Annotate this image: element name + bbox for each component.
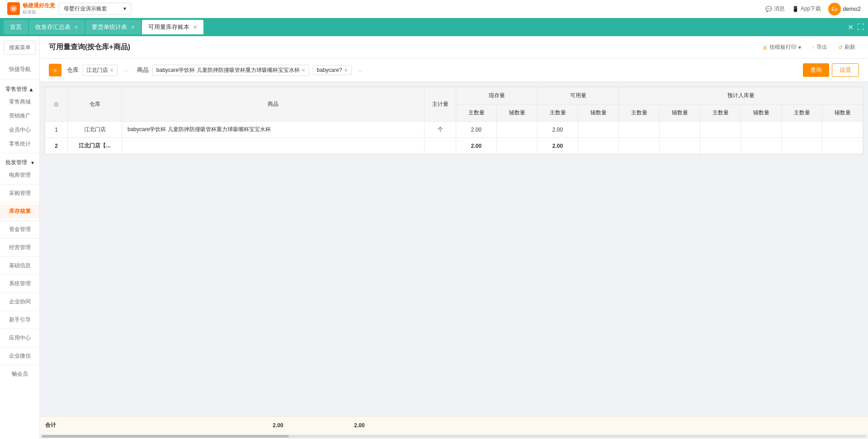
page-actions: 🖨 按模板打印 ▾ ↑ 导出 ↺ 刷新 [759, 42, 859, 53]
tab-order-stats[interactable]: 要货单统计表 ✕ [85, 20, 141, 34]
sidebar-item-enterprise[interactable]: 企业协同 [0, 295, 39, 309]
product-tag-1-close[interactable]: ✕ [302, 68, 305, 73]
tab-available-ledger[interactable]: 可用量库存账本 ✕ [142, 20, 203, 34]
td-stock-aux [497, 138, 538, 154]
sidebar-item-retail-stats[interactable]: 零售统计 [0, 137, 39, 151]
product-tag-1-text: babycare学饮杯 儿童防摔防撞吸管杯重力球吸嘴杯宝宝水杯 [156, 66, 300, 74]
sidebar-retail-title[interactable]: 零售管理 ▲ [0, 82, 39, 95]
filter-expand-btn[interactable]: » [49, 64, 61, 76]
export-btn[interactable]: ↑ 导出 [808, 42, 831, 53]
logo-text-block: 畅捷通好生意 标准版 [23, 2, 55, 15]
td-inbound-aux [741, 138, 782, 154]
tab-order-stats-label: 要货单统计表 [92, 23, 127, 31]
table-row: 1江北门店babycare学饮杯 儿童防摔防撞吸管杯重力球吸嘴杯宝宝水杯个2.0… [45, 122, 863, 138]
table-body: 1江北门店babycare学饮杯 儿童防摔防撞吸管杯重力球吸嘴杯宝宝水杯个2.0… [45, 122, 863, 154]
td-inbound-main [700, 138, 741, 154]
tab-home[interactable]: 首页 [4, 20, 28, 34]
tab-receipt-summary[interactable]: 收发存汇总表 ✕ [29, 20, 85, 34]
sidebar-item-retail-store[interactable]: 零售商城 [0, 95, 39, 109]
sidebar-item-vip[interactable]: 畅会员 [0, 367, 39, 381]
td-unit [425, 138, 456, 154]
query-btn[interactable]: 查询 [803, 63, 829, 77]
sidebar-item-purchase[interactable]: 采购管理 [0, 186, 39, 200]
user-profile[interactable]: Ea demo2 [828, 3, 861, 15]
sidebar-item-finance[interactable]: 资金管理 [0, 222, 39, 236]
refresh-btn[interactable]: ↺ 刷新 [835, 42, 859, 53]
print-arrow-icon: ▾ [798, 44, 801, 51]
close-all-tabs-btn[interactable]: ✕ [848, 23, 854, 32]
page-title: 可用量查询(按仓库+商品) [49, 42, 130, 52]
th-gear[interactable]: ⚙ [45, 87, 68, 122]
content-area: 可用量查询(按仓库+商品) 🖨 按模板打印 ▾ ↑ 导出 ↺ 刷新 [40, 36, 868, 439]
tab-order-stats-close[interactable]: ✕ [131, 24, 135, 30]
warehouse-tag-close[interactable]: ✕ [110, 68, 113, 73]
product-tag-1[interactable]: babycare学饮杯 儿童防摔防撞吸管杯重力球吸嘴杯宝宝水杯 ✕ [152, 65, 309, 76]
tab-receipt-summary-label: 收发存汇总表 [35, 23, 71, 31]
td-purchase-aux [660, 138, 700, 154]
td-available-aux [578, 138, 619, 154]
td-stock-aux [497, 122, 538, 138]
tab-bar-right: ✕ ⛶ [848, 23, 864, 32]
td-production-aux [822, 138, 863, 154]
sidebar-item-system[interactable]: 系统管理 [0, 277, 39, 291]
sidebar-item-members[interactable]: 会员中心 [0, 123, 39, 137]
print-btn[interactable]: 🖨 按模板打印 ▾ [759, 42, 805, 53]
scrollbar-area[interactable] [40, 434, 868, 439]
tab-receipt-summary-close[interactable]: ✕ [74, 24, 78, 30]
sidebar-item-marketing[interactable]: 营销推广 [0, 109, 39, 123]
sidebar-item-inventory[interactable]: 库存核算 [0, 204, 39, 218]
expand-icon: » [53, 66, 57, 74]
td-available-aux [578, 122, 619, 138]
sidebar-item-newbie[interactable]: 新手引导 [0, 313, 39, 327]
sidebar-item-wechat-work[interactable]: 企业微信 [0, 349, 39, 363]
td-warehouse: 江北门店【... [68, 138, 122, 154]
td-product: babycare学饮杯 儿童防摔防撞吸管杯重力球吸嘴杯宝宝水杯 [122, 122, 425, 138]
td-available-main: 2.00 [538, 138, 578, 154]
logo-subtitle: 标准版 [23, 9, 55, 15]
warehouse-tag-jiangbei[interactable]: 江北门店 ✕ [82, 65, 118, 76]
product-tag-2[interactable]: babycare? ✕ [313, 65, 352, 75]
message-label: 消息 [774, 5, 785, 13]
warehouse-filter-label: 仓库 [67, 66, 79, 74]
product-filter-group: 商品 babycare学饮杯 儿童防摔防撞吸管杯重力球吸嘴杯宝宝水杯 ✕ bab… [137, 65, 366, 76]
warehouse-tag-text: 江北门店 [86, 66, 108, 74]
scroll-thumb[interactable] [42, 435, 289, 438]
scroll-track[interactable] [42, 435, 866, 438]
tab-available-ledger-label: 可用量库存账本 [148, 23, 189, 31]
tenant-selector[interactable]: 母婴行业演示账套 ▾ [59, 3, 131, 15]
settings-btn[interactable]: 设置 [832, 63, 859, 77]
sidebar-item-ecommerce[interactable]: 电商管理 [0, 168, 39, 182]
top-bar-left: 好 畅捷通好生意 标准版 母婴行业演示账套 ▾ [7, 2, 131, 15]
warehouse-filter-group: 仓库 江北门店 ✕ ··· [67, 65, 132, 76]
table-area: ⚙ 仓库 商品 主计量 现存量 [40, 82, 868, 416]
tab-available-ledger-close[interactable]: ✕ [193, 24, 197, 30]
sidebar-item-appstore[interactable]: 应用中心 [0, 331, 39, 345]
product-more-btn[interactable]: ··· [355, 66, 366, 75]
td-stock-main: 2.00 [456, 138, 497, 154]
product-tag-2-close[interactable]: ✕ [344, 68, 348, 73]
chevron-down-icon: ▾ [123, 5, 126, 12]
message-btn[interactable]: 💬 消息 [765, 5, 785, 13]
top-bar: 好 畅捷通好生意 标准版 母婴行业演示账套 ▾ 💬 消息 📱 App下载 Ea … [0, 0, 868, 18]
warehouse-more-btn[interactable]: ··· [121, 66, 132, 75]
username-label: demo2 [843, 5, 861, 12]
app-download-btn[interactable]: 📱 App下载 [792, 5, 821, 13]
product-filter-label: 商品 [137, 66, 149, 74]
footer-available-main: 2.00 [339, 422, 380, 429]
print-icon: 🖨 [762, 44, 768, 51]
sidebar-section-appstore: 应用中心 [0, 329, 39, 347]
sidebar-item-operations[interactable]: 经营管理 [0, 241, 39, 255]
td-serial: 1 [45, 122, 68, 138]
tab-home-label: 首页 [10, 23, 22, 31]
sidebar-search-area: 搜索菜单 [0, 36, 39, 59]
svg-text:好: 好 [11, 7, 16, 11]
data-table: ⚙ 仓库 商品 主计量 现存量 [45, 87, 863, 154]
td-unit: 个 [425, 122, 456, 138]
sidebar-wholesale-title[interactable]: 批发管理 ▾ [0, 155, 39, 168]
sidebar-item-basic-info[interactable]: 基础信息 [0, 259, 39, 273]
sidebar-quick-nav[interactable]: 快捷导航 [0, 62, 39, 77]
expand-btn[interactable]: ⛶ [857, 23, 864, 31]
search-menu-btn[interactable]: 搜索菜单 [4, 41, 36, 55]
table-footer: 合计 2.00 2.00 [40, 416, 868, 434]
td-product [122, 138, 425, 154]
